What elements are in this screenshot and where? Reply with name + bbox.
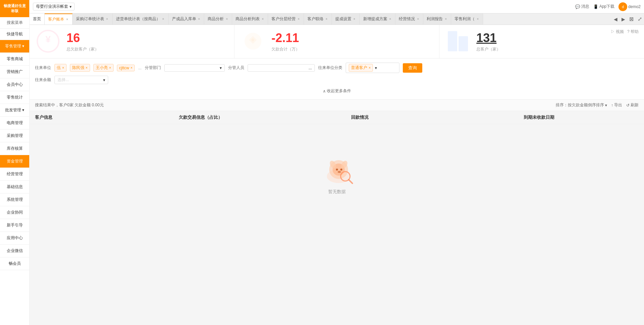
user-avatar[interactable]: d demo2	[618, 2, 641, 11]
company-tag-cjttcw[interactable]: cjttcw ×	[117, 65, 135, 71]
sidebar-item-app-center[interactable]: 应用中心	[0, 232, 29, 245]
col-header-date: 到期未收款日期	[524, 114, 639, 120]
company-tag-wu-close[interactable]: ×	[62, 66, 64, 70]
company-tag-chen-close[interactable]: ×	[86, 66, 88, 70]
tab-product-analysis-close[interactable]: ×	[225, 17, 228, 21]
category-tag-normal[interactable]: 普通客户 ×	[349, 64, 373, 72]
sidebar-item-enterprise-wechat[interactable]: 企业微信	[0, 245, 29, 257]
tab-instock-stats[interactable]: 进货单统计表（按商品） ×	[113, 13, 169, 25]
tab-purchase-order-close[interactable]: ×	[105, 17, 109, 21]
tab-scroll-right-icon[interactable]: ▶	[619, 16, 627, 22]
tab-instock-close[interactable]: ×	[162, 17, 165, 21]
stat-total-customers-value: 131	[476, 31, 501, 45]
sidebar-item-mkt-promo[interactable]: 营销推广	[0, 66, 29, 78]
tab-purchase-order-stats-label: 采购订单统计表	[76, 16, 104, 22]
tab-ops-status[interactable]: 经营情况 ×	[395, 13, 423, 25]
sidebar-item-ecommerce-mgmt[interactable]: 电商管理	[0, 117, 29, 130]
sidebar-item-inventory-check[interactable]: 库存核算	[0, 142, 29, 155]
sidebar-item-vip-member[interactable]: 畅会员	[0, 257, 29, 270]
table-header: 客户信息 欠款交易信息（占比） 回款情况 到期未收款日期	[30, 111, 644, 124]
tab-promotion-settings[interactable]: 提成设置 ×	[332, 13, 360, 25]
company-tag-wang[interactable]: 王小亮 ×	[93, 64, 114, 72]
query-button[interactable]: 查询	[403, 63, 422, 73]
tab-profit-report[interactable]: 利润报告 ×	[423, 13, 451, 25]
tab-profit-report-label: 利润报告	[427, 16, 443, 22]
message-button[interactable]: 💬 消息	[575, 4, 589, 9]
sidebar-item-capital-mgmt[interactable]: 资金管理	[0, 155, 29, 168]
sidebar-search[interactable]: 搜索菜单	[0, 17, 29, 29]
refresh-button[interactable]: ↺ 刷新	[626, 102, 639, 108]
tab-customer-book-label: 客户账本	[48, 16, 64, 22]
person-more-icon[interactable]: ...	[308, 66, 312, 70]
sidebar-item-newbie-guide[interactable]: 新手引导	[0, 219, 29, 232]
sidebar-quick-nav[interactable]: 快捷导航	[0, 29, 29, 40]
export-button[interactable]: ↑ 导出	[611, 102, 622, 108]
tab-customer-book[interactable]: 客户账本 ×	[45, 13, 73, 25]
collapse-button[interactable]: ∧ 收起更多条件	[35, 87, 639, 95]
tab-customer-contact-label: 客户联络	[307, 16, 324, 22]
tab-ops-status-close[interactable]: ×	[416, 17, 420, 21]
filter-row-1: 往来单位 伍 × 陈民强 × 王小亮 × cjttcw × ...	[35, 63, 639, 73]
avatar-circle: d	[618, 2, 627, 11]
tab-close-all-icon[interactable]: ⊠	[627, 16, 636, 22]
video-help-link[interactable]: ▷ 视频	[611, 29, 624, 35]
tab-maximize-icon[interactable]: ⤢	[636, 16, 644, 22]
tab-product-analysis-list[interactable]: 商品分析列表 ×	[232, 13, 268, 25]
tab-retail-profit-close[interactable]: ×	[476, 17, 479, 21]
sort-select[interactable]: 排序：按欠款金额倒序排序 ▾	[556, 102, 607, 108]
company-tag-wu[interactable]: 伍 ×	[54, 64, 67, 72]
svg-point-11	[336, 169, 338, 171]
svg-text:¥: ¥	[45, 34, 51, 44]
sidebar-item-purchase-mgmt[interactable]: 采购管理	[0, 130, 29, 142]
tab-product-analysis-list-close[interactable]: ×	[261, 17, 264, 21]
tab-production-instock[interactable]: 产成品入库单 ×	[169, 13, 205, 25]
stat-total-customers-info: 131 总客户（家）	[476, 31, 501, 52]
company-tag-chen[interactable]: 陈民强 ×	[70, 64, 90, 72]
sidebar-item-retail-stats[interactable]: 零售统计	[0, 91, 29, 104]
company-tag-cjttcw-close[interactable]: ×	[131, 66, 133, 70]
sidebar-item-retail-mall[interactable]: 零售商城	[0, 53, 29, 66]
tab-new-promotion-plan[interactable]: 新增提成方案 ×	[360, 13, 396, 25]
sidebar: 畅捷通好生意 标版 搜索菜单 快捷导航 零售管理 ▾ 零售商城 营销推广 会员中…	[0, 0, 30, 325]
sidebar-item-sys-mgmt[interactable]: 系统管理	[0, 193, 29, 206]
sidebar-item-basic-info[interactable]: 基础信息	[0, 181, 29, 193]
tab-retail-profit-label: 零售利润（	[455, 16, 475, 22]
tab-retail-profit[interactable]: 零售利润（ ×	[451, 13, 483, 25]
tab-customer-segment-close[interactable]: ×	[297, 17, 300, 21]
help-link[interactable]: ? 帮助	[627, 29, 639, 35]
sidebar-item-retail-mgmt[interactable]: 零售管理 ▾	[0, 40, 29, 53]
tab-home[interactable]: 首页	[30, 13, 45, 25]
empty-icon	[320, 151, 354, 185]
category-tag-close[interactable]: ×	[369, 66, 371, 70]
tab-purchase-order-stats[interactable]: 采购订单统计表 ×	[73, 13, 113, 25]
tab-product-analysis[interactable]: 商品分析 ×	[204, 13, 232, 25]
tab-profit-report-close[interactable]: ×	[444, 17, 447, 21]
tab-promotion-settings-close[interactable]: ×	[353, 17, 356, 21]
results-bar: 搜索结果中，客户0家 欠款金额 0.00元 排序：按欠款金额倒序排序 ▾ ↑ 导…	[30, 100, 644, 111]
sidebar-item-enterprise-coop[interactable]: 企业协同	[0, 206, 29, 219]
company-tag-wang-close[interactable]: ×	[109, 66, 111, 70]
svg-rect-5	[459, 36, 468, 51]
sidebar-item-wholesale-mgmt[interactable]: 批发管理 ▾	[0, 104, 29, 117]
sidebar-item-member-center[interactable]: 会员中心	[0, 78, 29, 91]
filter-row-2: 往来余额 选择... ▾	[35, 76, 639, 84]
account-dropdown[interactable]: 母婴行业演示帐套 ▾	[33, 3, 75, 10]
person-select[interactable]: ...	[248, 64, 315, 72]
company-filter-more[interactable]: ...	[138, 66, 141, 70]
stat-total-debt-amount: ◈ -2.11 欠款合计（万）	[234, 25, 439, 58]
balance-select[interactable]: 选择... ▾	[54, 76, 108, 84]
tab-customer-contact-close[interactable]: ×	[325, 17, 328, 21]
tab-customer-contact[interactable]: 客户联络 ×	[304, 13, 332, 25]
tab-customer-book-close[interactable]: ×	[66, 17, 69, 22]
svg-text:◈: ◈	[249, 34, 257, 44]
tab-scroll-left-icon[interactable]: ◀	[612, 16, 619, 22]
tab-customer-segment[interactable]: 客户分层经营 ×	[268, 13, 304, 25]
stats-row: ¥ 16 总欠款客户（家） ◈ -2.11 欠款合计（万）	[30, 25, 644, 59]
sidebar-item-ops-mgmt[interactable]: 经营管理	[0, 168, 29, 181]
dept-select[interactable]: ▾	[164, 64, 225, 72]
category-select[interactable]: 普通客户 × ▾	[346, 63, 399, 73]
tab-production-close[interactable]: ×	[198, 17, 201, 21]
tab-new-promotion-plan-close[interactable]: ×	[389, 17, 392, 21]
svg-point-13	[338, 171, 341, 173]
app-download-button[interactable]: 📱 App下载	[593, 4, 614, 9]
